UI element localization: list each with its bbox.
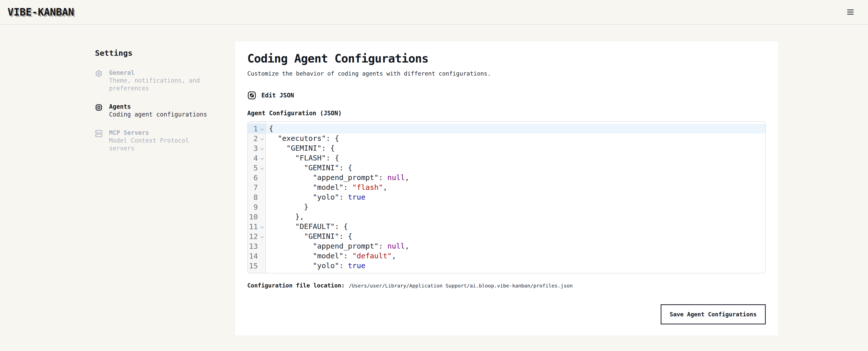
code-line[interactable]: "yolo": true (266, 261, 765, 271)
gear-icon (95, 70, 102, 77)
code-line[interactable]: "yolo": true (266, 192, 765, 202)
editor-line: 8 "yolo": true (248, 192, 765, 202)
fold-chevron-icon[interactable] (258, 234, 266, 240)
edit-json-toggle[interactable]: Edit JSON (247, 91, 294, 100)
line-number: 15 (248, 261, 258, 270)
line-number: 5 (248, 164, 258, 172)
editor-line: 7 "model": "flash", (248, 182, 765, 192)
code-line[interactable]: "DEFAULT": { (266, 222, 765, 232)
editor-line: 10 }, (248, 212, 765, 222)
save-agent-configurations-button[interactable]: Save Agent Configurations (661, 304, 766, 324)
settings-sidebar: Settings GeneralTheme, notifications, an… (95, 25, 235, 163)
line-number: 9 (248, 203, 258, 211)
sidebar-nav: GeneralTheme, notifications, and prefere… (95, 69, 235, 152)
editor-line: 5 "GEMINI": { (248, 163, 765, 173)
settings-heading: Settings (95, 48, 235, 58)
sidebar-item-description: Coding agent configurations (109, 111, 207, 118)
line-number: 2 (248, 134, 258, 143)
code-line[interactable]: "append_prompt": null, (266, 241, 765, 251)
file-location-row: Configuration file location: /Users/user… (247, 282, 766, 289)
code-line[interactable]: "append_prompt": null, (266, 173, 765, 182)
agent-configurations-panel: Coding Agent Configurations Customize th… (235, 41, 778, 336)
fold-chevron-icon[interactable] (258, 155, 266, 161)
page-title: Coding Agent Configurations (247, 51, 766, 66)
sidebar-item-mcp-servers[interactable]: MCP ServersModel Context Protocol server… (95, 129, 235, 152)
fold-chevron-icon[interactable] (258, 145, 266, 151)
editor-line: 3 "GEMINI": { (248, 143, 765, 153)
fold-chevron-icon[interactable] (258, 136, 266, 142)
line-number: 6 (248, 174, 258, 182)
server-icon (95, 130, 102, 137)
line-number: 7 (248, 183, 258, 192)
code-line[interactable]: "GEMINI": { (266, 232, 765, 241)
code-line[interactable]: } (266, 202, 765, 212)
editor-line: 4 "FLASH": { (248, 153, 765, 163)
json-editor[interactable]: 1{2 "executors": {3 "GEMINI": {4 "FLASH"… (247, 121, 766, 273)
fold-chevron-icon[interactable] (258, 126, 266, 132)
line-number: 14 (248, 252, 258, 260)
top-bar: VIBE-KANBAN (0, 0, 868, 25)
line-number: 12 (248, 232, 258, 241)
code-line[interactable]: "executors": { (266, 134, 765, 143)
cpu-icon (95, 104, 102, 111)
line-number: 3 (248, 144, 258, 153)
editor-line: 6 "append_prompt": null, (248, 173, 765, 182)
line-number: 11 (248, 222, 258, 231)
code-line[interactable]: "model": "flash", (266, 182, 765, 192)
code-line[interactable]: "FLASH": { (266, 153, 765, 163)
sidebar-item-description: Theme, notifications, and preferences (109, 77, 215, 93)
code-line[interactable]: "GEMINI": { (266, 143, 765, 153)
line-number: 1 (248, 125, 258, 133)
sidebar-item-description: Model Context Protocol servers (109, 137, 215, 152)
edit-json-label: Edit JSON (261, 92, 294, 99)
edit-json-icon (247, 91, 256, 100)
editor-line: 13 "append_prompt": null, (248, 241, 765, 251)
editor-line: 12 "GEMINI": { (248, 232, 765, 241)
code-line[interactable]: "model": "default", (266, 251, 765, 261)
fold-chevron-icon[interactable] (258, 165, 266, 171)
sidebar-item-label: General (109, 69, 215, 77)
menu-button[interactable] (844, 6, 857, 18)
sidebar-item-label: MCP Servers (109, 129, 215, 137)
line-number: 8 (248, 193, 258, 202)
fold-chevron-icon[interactable] (258, 224, 266, 230)
editor-line: 1{ (248, 124, 765, 134)
file-location-path: /Users/user/Library/Application Support/… (349, 283, 573, 289)
line-number: 13 (248, 242, 258, 251)
menu-icon (846, 8, 855, 16)
code-line[interactable]: "GEMINI": { (266, 163, 765, 173)
page-subtitle: Customize the behavior of coding agents … (247, 70, 766, 78)
sidebar-item-general[interactable]: GeneralTheme, notifications, and prefere… (95, 69, 235, 93)
file-location-label: Configuration file location: (247, 282, 345, 289)
editor-line: 14 "model": "default", (248, 251, 765, 261)
code-line[interactable]: { (266, 124, 765, 134)
sidebar-item-label: Agents (109, 103, 207, 111)
editor-line: 15 "yolo": true (248, 261, 765, 271)
editor-line: 2 "executors": { (248, 134, 765, 143)
editor-line: 11 "DEFAULT": { (248, 222, 765, 232)
app-logo[interactable]: VIBE-KANBAN (7, 6, 74, 18)
line-number: 10 (248, 213, 258, 221)
line-number: 4 (248, 154, 258, 163)
editor-label: Agent Configuration (JSON) (247, 109, 766, 117)
editor-line: 9 } (248, 202, 765, 212)
sidebar-item-agents[interactable]: AgentsCoding agent configurations (95, 103, 235, 118)
code-line[interactable]: }, (266, 212, 765, 222)
